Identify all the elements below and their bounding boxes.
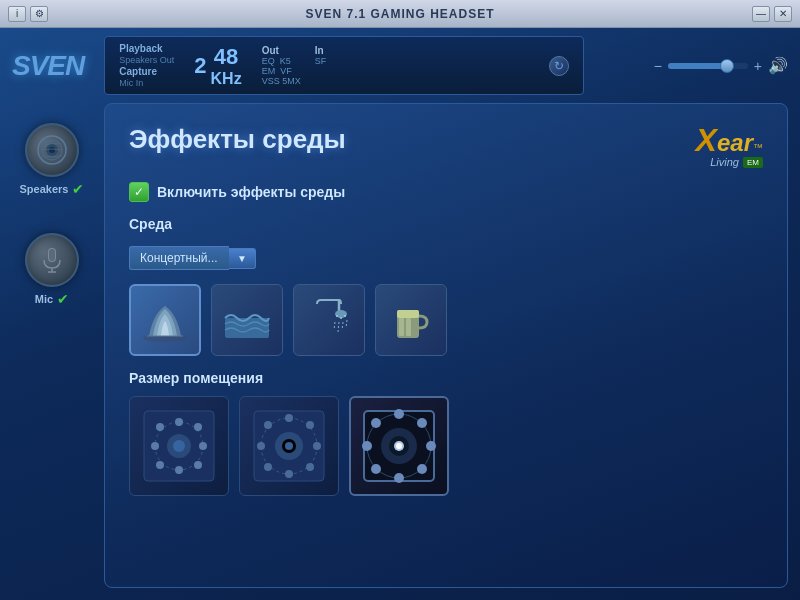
- svg-point-14: [344, 315, 346, 317]
- concert-hall-effect-button[interactable]: [129, 284, 201, 356]
- room-size-section: Размер помещения: [129, 370, 763, 496]
- svg-point-61: [371, 418, 381, 428]
- environment-label: Среда: [129, 216, 763, 232]
- xear-ear-text: ear: [717, 131, 753, 155]
- mic-label: Mic In: [119, 78, 143, 88]
- svg-rect-20: [397, 310, 419, 318]
- sample-rate-value: 2: [194, 53, 206, 79]
- info-icon[interactable]: i: [8, 6, 26, 22]
- mic-sidebar-label: Mic: [35, 293, 53, 305]
- volume-minus-icon[interactable]: −: [654, 58, 662, 74]
- svg-rect-21: [399, 318, 404, 336]
- settings-icon[interactable]: ⚙: [30, 6, 48, 22]
- medium-room-button[interactable]: [239, 396, 339, 496]
- svg-point-40: [285, 414, 293, 422]
- dropdown-arrow-icon: ▼: [237, 253, 247, 264]
- titlebar: i ⚙ SVEN 7.1 GAMING HEADSET — ✕: [0, 0, 800, 28]
- mic-check-icon: ✔: [57, 291, 69, 307]
- enable-effects-checkbox[interactable]: ✓: [129, 182, 149, 202]
- environment-dropdown-button[interactable]: ▼: [229, 248, 256, 269]
- info-labels: Playback Speakers Out Capture Mic In: [119, 43, 174, 88]
- svg-rect-5: [49, 249, 55, 261]
- khz-value: 48: [214, 44, 238, 70]
- top-area: SVEN Playback Speakers Out Capture Mic I…: [0, 28, 800, 103]
- speakers-check-icon: ✔: [72, 181, 84, 197]
- khz-unit: KHz: [211, 70, 242, 88]
- svg-point-60: [362, 441, 372, 451]
- capture-row: Capture: [119, 66, 174, 77]
- svg-point-31: [175, 466, 183, 474]
- logo-area: SVEN: [12, 50, 84, 82]
- volume-slider[interactable]: [668, 63, 748, 69]
- svg-line-15: [334, 322, 335, 330]
- svg-point-26: [173, 440, 185, 452]
- dropdown-row: Концертный... ▼: [129, 246, 763, 270]
- volume-plus-icon[interactable]: +: [754, 58, 762, 74]
- pub-svg: [385, 294, 437, 346]
- mic-label-row: Mic ✔: [35, 291, 69, 307]
- speakers-icon-wrap[interactable]: [25, 123, 79, 177]
- out-col: Out EQ K5 EM VF VSS 5MX: [262, 45, 301, 86]
- svg-point-56: [426, 441, 436, 451]
- xear-x-letter: X: [696, 124, 717, 156]
- in-sf: SF: [315, 56, 327, 66]
- xear-em-badge: EM: [743, 157, 763, 168]
- volume-thumb[interactable]: [720, 59, 734, 73]
- pub-effect-button[interactable]: [375, 284, 447, 356]
- svg-point-44: [285, 470, 293, 478]
- main-panel: Эффекты среды X ear ™ Living EM ✓ Включи: [104, 103, 788, 588]
- svg-point-33: [151, 442, 159, 450]
- sidebar-item-mic[interactable]: Mic ✔: [25, 233, 79, 307]
- refresh-icon[interactable]: ↻: [549, 56, 569, 76]
- room-size-label: Размер помещения: [129, 370, 763, 386]
- svg-point-47: [264, 421, 272, 429]
- mic-icon-wrap[interactable]: [25, 233, 79, 287]
- speakers-svg-icon: [36, 134, 68, 166]
- shower-effect-button[interactable]: [293, 284, 365, 356]
- concert-hall-svg: [139, 294, 191, 346]
- panel-header: Эффекты среды X ear ™ Living EM: [129, 124, 763, 168]
- svg-point-57: [417, 464, 427, 474]
- svg-point-30: [194, 461, 202, 469]
- in-col: In SF: [315, 45, 327, 86]
- content-area: Speakers ✔ Mic: [0, 103, 800, 600]
- svg-point-29: [199, 442, 207, 450]
- svg-point-27: [175, 418, 183, 426]
- environment-dropdown-value[interactable]: Концертный...: [129, 246, 229, 270]
- svg-point-58: [394, 473, 404, 483]
- svg-point-3: [49, 147, 55, 153]
- enable-effects-row: ✓ Включить эффекты среды: [129, 182, 763, 202]
- xear-logo: X ear ™ Living EM: [696, 124, 763, 168]
- sidebar: Speakers ✔ Mic: [12, 103, 92, 588]
- svg-rect-22: [406, 318, 411, 336]
- svg-point-54: [394, 409, 404, 419]
- enable-effects-label: Включить эффекты среды: [157, 184, 345, 200]
- small-room-button[interactable]: [129, 396, 229, 496]
- svg-point-39: [285, 442, 293, 450]
- water-effect-button[interactable]: [211, 284, 283, 356]
- mic-svg-icon: [36, 244, 68, 276]
- close-button[interactable]: ✕: [774, 6, 792, 22]
- svg-point-59: [371, 464, 381, 474]
- speaker-icon: 🔊: [768, 56, 788, 75]
- effects-icons-row: [129, 284, 763, 356]
- svg-point-53: [396, 443, 402, 449]
- svg-point-55: [417, 418, 427, 428]
- playback-label: Playback: [119, 43, 162, 54]
- large-room-button[interactable]: [349, 396, 449, 496]
- svg-line-18: [346, 320, 347, 328]
- volume-control: − + 🔊: [654, 56, 788, 75]
- sidebar-item-speakers[interactable]: Speakers ✔: [20, 123, 85, 197]
- mic-row: Mic In: [119, 78, 174, 88]
- xear-text-row: X ear ™: [696, 124, 763, 156]
- speakers-sidebar-label: Speakers: [20, 183, 69, 195]
- capture-label: Capture: [119, 66, 157, 77]
- panel-title: Эффекты среды: [129, 124, 346, 155]
- xear-sub-row: Living EM: [710, 156, 763, 168]
- minimize-button[interactable]: —: [752, 6, 770, 22]
- shower-svg: [303, 294, 355, 346]
- room-icons-row: [129, 396, 763, 496]
- svg-point-42: [313, 442, 321, 450]
- info-cols: Out EQ K5 EM VF VSS 5MX In SF: [262, 45, 327, 86]
- titlebar-controls: — ✕: [752, 6, 792, 22]
